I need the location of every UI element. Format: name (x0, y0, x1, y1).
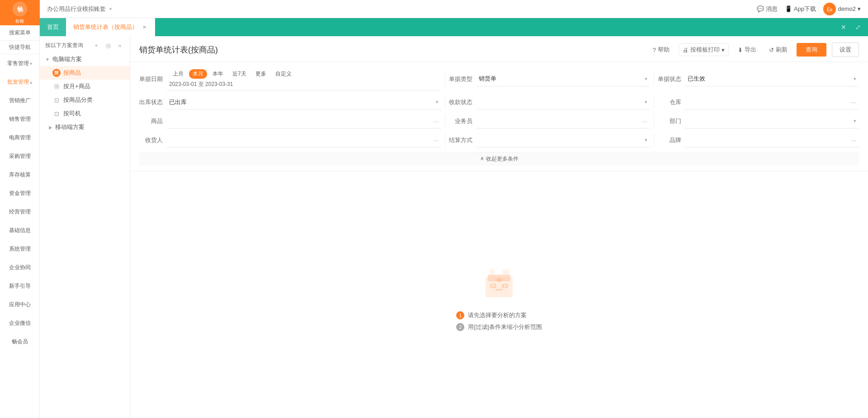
date-range-text: 2023-03-01 至 2023-03-31 (169, 81, 233, 88)
date-btn-more[interactable]: 更多 (252, 69, 270, 79)
tree-mobile-parent[interactable]: ▶ 移动端方案 (40, 120, 130, 134)
date-btn-this-year[interactable]: 本年 (209, 69, 227, 79)
sidebar-item-inventory-label: 库存核算 (9, 171, 31, 179)
out-status-label: 出库状态 (139, 98, 166, 106)
collapse-panel-button[interactable]: « (115, 41, 124, 50)
message-action[interactable]: 💬 消息 (757, 5, 778, 13)
tab-report[interactable]: 销货单统计表（按商品） ✕ (66, 18, 155, 36)
tree-child-by-cashier[interactable]: ⊡ 按司机 (40, 107, 130, 120)
page-header: 销货单统计表(按商品) ? 帮助 🖨 按模板打印 ▾ ⬇ 导出 (130, 36, 868, 62)
date-btn-7days[interactable]: 近7天 (229, 69, 250, 79)
sep5 (445, 114, 445, 128)
tree-child-by-category[interactable]: ⊡ 按商品分类 (40, 93, 130, 107)
salesperson-label: 业务员 (449, 117, 476, 125)
tree-desktop-parent[interactable]: ▼ 电脑端方案 (40, 52, 130, 66)
sidebar: 畅 标账 搜索菜单 快捷导航 零售管理 ▾ 批发管理 ▴ 营销推广 销售管理 电… (0, 0, 40, 418)
avatar: Ea (823, 3, 836, 15)
out-status-control[interactable]: 已出库 ▾ (166, 95, 441, 109)
sidebar-item-appcenter[interactable]: 应用中心 (0, 295, 39, 314)
product-control[interactable]: ··· (166, 114, 441, 128)
tabbar-actions: ✕ ⤢ (837, 21, 868, 33)
date-btn-custom[interactable]: 自定义 (272, 69, 295, 79)
print-button[interactable]: 🖨 按模板打印 ▾ (679, 43, 729, 56)
app-download-action[interactable]: 📱 App下载 (785, 5, 816, 13)
warehouse-dots[interactable]: ··· (851, 99, 856, 106)
sidebar-item-retail-label: 零售管理 (7, 60, 29, 67)
quick-nav[interactable]: 快捷导航 (0, 41, 39, 54)
salesperson-control[interactable]: ··· (476, 114, 650, 128)
edit-scheme-button[interactable]: ◎ (104, 41, 113, 50)
brand-control[interactable]: ··· (685, 133, 859, 147)
sidebar-item-marketing[interactable]: 营销推广 (0, 91, 39, 110)
doc-status-value: 已生效 (688, 75, 705, 83)
print-dropdown-icon: ▾ (722, 47, 725, 53)
help-button[interactable]: ? 帮助 (649, 44, 673, 56)
svg-point-10 (490, 269, 495, 274)
sidebar-item-inventory[interactable]: 库存核算 (0, 166, 39, 184)
user-menu[interactable]: Ea demo2 ▾ (823, 3, 861, 15)
date-label: 单据日期 (139, 75, 166, 83)
tab-home-label: 首页 (47, 23, 59, 31)
recipient-control[interactable]: ··· (166, 133, 441, 147)
query-button[interactable]: 查询 (797, 43, 826, 57)
export-button[interactable]: ⬇ 导出 (734, 44, 760, 56)
sidebar-item-operations[interactable]: 经营管理 (0, 203, 39, 221)
warehouse-control[interactable]: ··· (685, 95, 859, 109)
payment-control[interactable]: ▾ (476, 133, 650, 147)
doc-type-dropdown-icon: ▾ (645, 76, 647, 82)
tab-close-all-button[interactable]: ✕ (837, 21, 850, 33)
sidebar-item-sales[interactable]: 销售管理 (0, 110, 39, 128)
warehouse-label: 仓库 (658, 98, 685, 106)
doc-type-control[interactable]: 销货单 ▾ (476, 72, 650, 86)
template-dropdown-icon[interactable]: ▾ (109, 6, 112, 11)
sidebar-item-purchase[interactable]: 采购管理 (0, 147, 39, 166)
sidebar-item-enterprise[interactable]: 企业协同 (0, 258, 39, 277)
brand-dots[interactable]: ··· (851, 137, 856, 144)
payment-dropdown-icon: ▾ (645, 137, 647, 143)
date-btn-last-month[interactable]: 上月 (169, 69, 187, 79)
tree-child-by-month-product[interactable]: ㊗ 按月+商品 (40, 80, 130, 93)
date-control[interactable]: 上月 本月 本年 近7天 更多 自定义 2023-03-01 至 2023-03… (166, 67, 441, 90)
search-menu[interactable]: 搜索菜单 (0, 25, 39, 41)
sidebar-item-member[interactable]: 畅会员 (0, 332, 39, 351)
sidebar-item-retail[interactable]: 零售管理 ▾ (0, 54, 39, 73)
tabbar: 首页 销货单统计表（按商品） ✕ ✕ ⤢ (40, 18, 868, 36)
sidebar-item-corpwechat[interactable]: 企业微信 (0, 314, 39, 332)
recipient-dots[interactable]: ··· (433, 137, 439, 144)
refresh-button[interactable]: ↺ 刷新 (765, 44, 791, 56)
pay-status-control[interactable]: ▾ (476, 95, 650, 109)
sidebar-item-wholesale[interactable]: 批发管理 ▴ (0, 73, 39, 91)
sidebar-item-system[interactable]: 系统管理 (0, 240, 39, 258)
collapse-row[interactable]: ∧ 收起更多条件 (139, 152, 859, 166)
sep1 (445, 72, 445, 86)
app-download-label: App下载 (794, 5, 816, 13)
sidebar-item-finance[interactable]: 资金管理 (0, 184, 39, 203)
settings-button[interactable]: 设置 (832, 43, 859, 57)
tab-close-icon[interactable]: ✕ (141, 24, 148, 31)
sidebar-item-ecommerce[interactable]: 电商管理 (0, 128, 39, 147)
help-label: 帮助 (658, 46, 670, 54)
sidebar-item-newuser[interactable]: 新手引导 (0, 277, 39, 295)
date-btn-this-month[interactable]: 本月 (189, 69, 207, 79)
filter-row-3: 商品 ··· 业务员 ··· (139, 114, 859, 128)
sidebar-item-basic[interactable]: 基础信息 (0, 221, 39, 240)
dept-control[interactable]: ▾ (685, 114, 859, 128)
filter-out-status-field: 出库状态 已出库 ▾ (139, 95, 441, 109)
collapse-icon: ∧ (480, 155, 484, 163)
svg-point-14 (504, 285, 506, 287)
salesperson-dots[interactable]: ··· (642, 118, 647, 125)
tree-child-by-product[interactable]: 按 按商品 (40, 66, 130, 80)
content: 按以下方案查询 + ◎ « ▼ 电脑端方案 按 按商品 (40, 36, 868, 418)
pay-status-label: 收款状态 (449, 98, 476, 106)
tab-expand-button[interactable]: ⤢ (852, 21, 864, 33)
doc-status-control[interactable]: 已生效 ▾ (685, 72, 859, 86)
sep4 (654, 95, 654, 109)
product-dots[interactable]: ··· (433, 118, 439, 125)
svg-text:Ea: Ea (827, 7, 833, 12)
empty-state: 1 请先选择要分析的方案 2 用[过滤]条件来缩小分析范围 (130, 171, 868, 418)
sidebar-item-ecommerce-label: 电商管理 (9, 134, 31, 142)
tab-home[interactable]: 首页 (40, 18, 66, 36)
add-scheme-button[interactable]: + (92, 41, 101, 50)
filter-doc-type-field: 单据类型 销货单 ▾ (449, 72, 650, 86)
tree-child-by-category-icon: ⊡ (52, 96, 61, 104)
